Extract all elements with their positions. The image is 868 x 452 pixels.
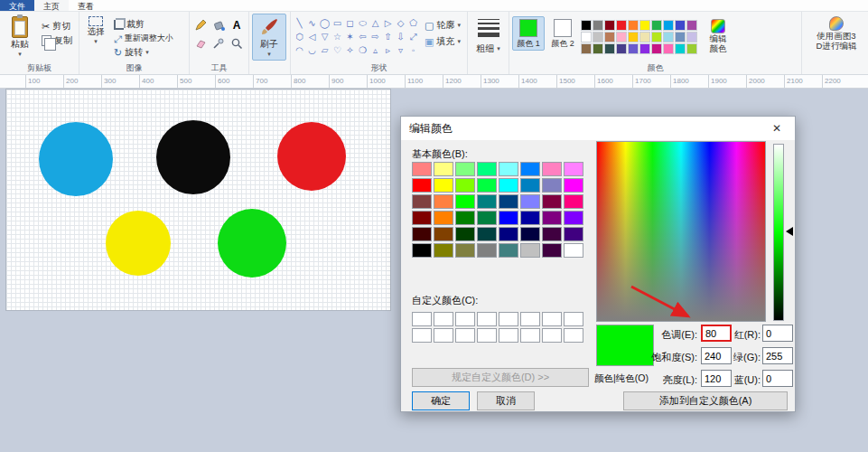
palette-swatch[interactable]: [663, 20, 674, 31]
add-to-custom-colors-button[interactable]: 添加到自定义颜色(A): [623, 391, 788, 410]
basic-color-swatch[interactable]: [542, 243, 562, 258]
palette-swatch[interactable]: [604, 20, 615, 31]
shape-button[interactable]: ◦: [407, 43, 419, 56]
palette-swatch[interactable]: [675, 20, 686, 31]
basic-color-swatch[interactable]: [455, 243, 475, 258]
palette-swatch[interactable]: [639, 32, 650, 42]
basic-color-swatch[interactable]: [499, 194, 518, 209]
shape-button[interactable]: ⤢: [407, 30, 419, 42]
basic-color-swatch[interactable]: [542, 178, 562, 193]
basic-color-swatch[interactable]: [412, 227, 432, 241]
size-button[interactable]: 粗细 ▾: [473, 39, 503, 56]
color-picker-tool-button[interactable]: [210, 35, 227, 52]
custom-color-swatch[interactable]: [542, 312, 562, 326]
shape-button[interactable]: ⇦: [357, 30, 369, 42]
basic-color-swatch[interactable]: [542, 227, 562, 241]
brushes-button[interactable]: 刷子 ▾: [252, 14, 286, 61]
basic-color-swatch[interactable]: [412, 243, 432, 258]
basic-color-swatch[interactable]: [455, 194, 475, 209]
basic-color-swatch[interactable]: [542, 162, 562, 176]
resize-button[interactable]: ⤢ 重新调整大小: [111, 32, 176, 45]
shape-button[interactable]: △: [369, 16, 381, 29]
custom-color-swatch[interactable]: [434, 312, 453, 326]
magnifier-tool-button[interactable]: [229, 35, 245, 52]
select-button[interactable]: 选择 ▾: [82, 14, 109, 48]
red-input[interactable]: [762, 325, 793, 342]
palette-swatch[interactable]: [628, 32, 639, 42]
basic-color-swatch[interactable]: [499, 211, 518, 225]
palette-swatch[interactable]: [581, 20, 592, 31]
paint3d-button[interactable]: 使用画图3D进行编辑: [805, 14, 868, 53]
palette-swatch[interactable]: [686, 32, 697, 42]
shape-button[interactable]: ⬠: [407, 16, 419, 29]
custom-color-swatch[interactable]: [477, 312, 497, 326]
palette-swatch[interactable]: [593, 43, 603, 54]
eraser-tool-button[interactable]: [192, 35, 209, 52]
shape-button[interactable]: ⇨: [369, 30, 381, 42]
shape-button[interactable]: ▱: [319, 43, 331, 56]
custom-color-swatch[interactable]: [520, 312, 540, 326]
luminance-marker-icon[interactable]: [786, 227, 793, 236]
basic-color-swatch[interactable]: [520, 227, 540, 241]
shape-button[interactable]: ◠: [294, 43, 305, 56]
basic-color-swatch[interactable]: [477, 227, 497, 241]
hue-saturation-field[interactable]: [596, 141, 766, 322]
basic-color-swatch[interactable]: [520, 194, 540, 209]
shape-button[interactable]: ☆: [331, 30, 343, 42]
basic-color-swatch[interactable]: [499, 227, 518, 241]
shape-button[interactable]: ⇩: [395, 30, 406, 42]
palette-swatch[interactable]: [675, 43, 686, 54]
basic-color-swatch[interactable]: [434, 194, 453, 209]
luminance-bar[interactable]: [773, 144, 784, 321]
tab-file[interactable]: 文件: [0, 0, 34, 11]
basic-color-swatch[interactable]: [499, 162, 518, 176]
palette-swatch[interactable]: [639, 43, 650, 54]
basic-color-swatch[interactable]: [477, 211, 497, 225]
basic-color-swatch[interactable]: [564, 178, 583, 193]
shape-button[interactable]: ❍: [357, 43, 369, 56]
custom-color-swatch[interactable]: [564, 312, 583, 326]
basic-color-swatch[interactable]: [477, 243, 497, 258]
basic-color-swatch[interactable]: [412, 211, 432, 225]
fill-tool-button[interactable]: [210, 17, 227, 33]
basic-color-swatch[interactable]: [477, 194, 497, 209]
paste-button[interactable]: 粘贴 ▾: [3, 14, 37, 61]
shape-button[interactable]: ⬡: [294, 30, 305, 42]
shape-button[interactable]: ▷: [382, 16, 394, 29]
basic-color-swatch[interactable]: [499, 243, 518, 258]
pencil-tool-button[interactable]: [192, 17, 209, 33]
basic-color-swatch[interactable]: [412, 194, 432, 209]
palette-swatch[interactable]: [604, 32, 615, 42]
palette-swatch[interactable]: [675, 32, 686, 42]
copy-button[interactable]: 复制: [39, 33, 75, 48]
basic-color-swatch[interactable]: [477, 178, 497, 193]
shape-button[interactable]: ♡: [331, 43, 343, 56]
define-custom-colors-button[interactable]: 规定自定义颜色(D) >>: [412, 368, 589, 387]
basic-color-swatch[interactable]: [564, 211, 583, 225]
crop-button[interactable]: 裁剪: [111, 17, 176, 32]
canvas[interactable]: [5, 89, 391, 311]
custom-color-swatch[interactable]: [434, 328, 453, 343]
basic-color-swatch[interactable]: [499, 178, 518, 193]
basic-color-swatch[interactable]: [564, 194, 583, 209]
basic-color-swatch[interactable]: [412, 178, 432, 193]
shape-button[interactable]: ▽: [319, 30, 331, 42]
custom-color-swatch[interactable]: [564, 328, 583, 343]
basic-color-swatch[interactable]: [455, 162, 475, 176]
palette-swatch[interactable]: [628, 20, 639, 31]
cut-button[interactable]: ✂ 剪切: [39, 19, 75, 33]
palette-swatch[interactable]: [581, 32, 592, 42]
palette-swatch[interactable]: [616, 20, 627, 31]
blue-input[interactable]: [762, 370, 793, 387]
basic-color-swatch[interactable]: [520, 162, 540, 176]
rotate-button[interactable]: ↻ 旋转 ▾: [111, 45, 176, 60]
color2-button[interactable]: 颜色 2: [546, 16, 579, 51]
close-icon[interactable]: ✕: [767, 122, 787, 135]
shape-button[interactable]: ◁: [306, 30, 318, 42]
palette-swatch[interactable]: [604, 43, 615, 54]
palette-swatch[interactable]: [651, 43, 662, 54]
basic-color-swatch[interactable]: [520, 178, 540, 193]
shape-button[interactable]: ▵: [369, 43, 381, 56]
shape-button[interactable]: ▹: [382, 43, 394, 56]
basic-color-swatch[interactable]: [455, 211, 475, 225]
